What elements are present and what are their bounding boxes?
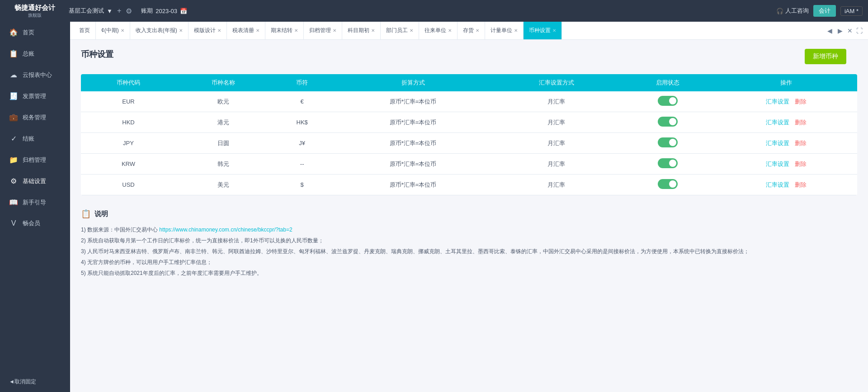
invoice-icon: 🧾 [9, 92, 18, 100]
tab-close-subjects-init[interactable]: ✕ [371, 28, 375, 33]
toggle-switch-3[interactable] [658, 158, 678, 168]
delete-link[interactable]: 删除 [795, 140, 807, 146]
home-icon: 🏠 [9, 28, 18, 37]
sidebar-label-member: 畅会员 [23, 219, 40, 227]
th-symbol: 币符 [271, 74, 333, 91]
add-project-icon[interactable]: + [117, 7, 121, 15]
tab-close-inventory[interactable]: ✕ [476, 28, 479, 33]
tab-label-tax-clearance: 税表清册 [232, 27, 254, 34]
tab-label-income-report: 收入支出表(年报) [136, 27, 177, 34]
th-status: 启用状态 [620, 74, 715, 91]
tab-close-archive-mgmt[interactable]: ✕ [333, 28, 336, 33]
tab-prev-btn[interactable]: ◀ [825, 27, 835, 34]
toggle-switch-4[interactable] [658, 179, 678, 189]
tab-close-all-btn[interactable]: ✕ [845, 27, 854, 34]
sidebar-label-archive: 归档管理 [23, 156, 46, 164]
tab-close-template-design[interactable]: ✕ [217, 28, 221, 33]
account-button[interactable]: 会计 [813, 5, 836, 17]
sidebar-label-basic-settings: 基础设置 [23, 177, 46, 185]
note-item-3: 3) 人民币对马来西亚林吉特、俄罗斯卢布、南非兰特、韩元、阿联酋迪拉姆、沙特里亚… [81, 246, 857, 257]
notes-header: 📋 说明 [81, 209, 857, 219]
sidebar-item-ledger[interactable]: 📋 总账 [0, 43, 70, 64]
tab-inventory[interactable]: 存货✕ [458, 22, 485, 40]
rate-settings-link[interactable]: 汇率设置 [766, 98, 789, 105]
archive-icon: 📁 [9, 156, 18, 164]
tab-template-design[interactable]: 模版设计✕ [189, 22, 227, 40]
tab-close-measure-unit[interactable]: ✕ [514, 28, 518, 33]
sidebar-pin-toggle[interactable]: ◄取消固定 [0, 372, 70, 392]
delete-link[interactable]: 删除 [795, 98, 807, 105]
calc-method: 原币*汇率=本位币 [333, 112, 493, 133]
guide-icon: 📖 [9, 198, 18, 207]
tab-label-archive-mgmt: 归档管理 [309, 27, 331, 34]
sidebar-item-archive[interactable]: 📁 归档管理 [0, 149, 70, 170]
delete-link[interactable]: 删除 [795, 119, 807, 126]
tab-tax-clearance[interactable]: 税表清册✕ [227, 22, 265, 40]
currency-actions: 汇率设置 删除 [715, 112, 857, 133]
tab-label-home: 首页 [79, 27, 90, 34]
tab-next-btn[interactable]: ▶ [835, 27, 845, 34]
rate-method: 月汇率 [493, 175, 620, 195]
sidebar-item-cloud-reports[interactable]: ☁ 云报表中心 [0, 64, 70, 85]
toggle-switch-0[interactable] [658, 96, 678, 106]
sidebar-item-basic-settings[interactable]: ⚙ 基础设置 [0, 170, 70, 192]
sidebar-item-checkout[interactable]: ✓ 结账 [0, 128, 70, 149]
page-content: 币种设置 新增币种 币种代码币种名称币符折算方式汇率设置方式启用状态操作 EUR… [70, 40, 868, 392]
rate-method: 月汇率 [493, 112, 620, 133]
table-row: KRW韩元--原币*汇率=本位币月汇率 汇率设置 删除 [81, 154, 857, 175]
tab-label-currency-settings: 币种设置 [529, 27, 551, 34]
tab-close-dept-employee[interactable]: ✕ [410, 28, 413, 33]
tab-measure-unit[interactable]: 计量单位✕ [485, 22, 524, 40]
sidebar-item-tax[interactable]: 💼 税务管理 [0, 107, 70, 128]
currency-table: 币种代码币种名称币符折算方式汇率设置方式启用状态操作 EUR欧元€原币*汇率=本… [81, 74, 857, 195]
toggle-switch-2[interactable] [658, 137, 678, 147]
page-title: 币种设置 [81, 49, 113, 60]
calc-method: 原币*汇率=本位币 [333, 154, 493, 175]
sidebar-item-guide[interactable]: 📖 新手引导 [0, 192, 70, 213]
tax-icon: 💼 [9, 113, 18, 122]
tab-close-period[interactable]: ✕ [121, 28, 124, 33]
customer-service-btn[interactable]: 🎧 人工咨询 [776, 7, 809, 15]
tab-close-client-unit[interactable]: ✕ [448, 28, 452, 33]
th-calc_method: 折算方式 [333, 74, 493, 91]
member-icon: V [9, 219, 18, 227]
sidebar-item-member[interactable]: V 畅会员 [0, 213, 70, 234]
rate-settings-link[interactable]: 汇率设置 [766, 140, 789, 146]
tab-client-unit[interactable]: 往来单位✕ [419, 22, 458, 40]
settings-icon[interactable]: ⚙ [126, 7, 132, 15]
currency-status [620, 175, 715, 195]
tab-label-inventory: 存货 [463, 27, 474, 34]
tab-label-period: ¢(中期) [101, 27, 119, 34]
tab-archive-mgmt[interactable]: 归档管理✕ [304, 22, 342, 40]
delete-link[interactable]: 删除 [795, 181, 807, 188]
tab-currency-settings[interactable]: 币种设置✕ [524, 22, 562, 40]
rate-settings-link[interactable]: 汇率设置 [766, 181, 789, 188]
tab-maximize-btn[interactable]: ⛶ [854, 27, 864, 34]
rate-settings-link[interactable]: 汇率设置 [766, 161, 789, 167]
delete-link[interactable]: 删除 [795, 161, 807, 167]
tab-home[interactable]: 首页 [74, 22, 96, 40]
tab-period[interactable]: ¢(中期)✕ [96, 22, 130, 40]
calendar-icon[interactable]: 📅 [180, 8, 187, 14]
tab-dept-employee[interactable]: 部门员工✕ [381, 22, 419, 40]
toggle-switch-1[interactable] [658, 117, 678, 127]
currency-name: 日圆 [176, 133, 271, 154]
tab-label-dept-employee: 部门员工 [386, 27, 408, 34]
project-selector[interactable]: 基层工会测试 ▼ [69, 7, 113, 15]
basic-settings-icon: ⚙ [9, 177, 18, 185]
tab-income-report[interactable]: 收入支出表(年报)✕ [130, 22, 189, 40]
th-name: 币种名称 [176, 74, 271, 91]
new-currency-button[interactable]: 新增币种 [805, 49, 846, 64]
rate-settings-link[interactable]: 汇率设置 [766, 119, 789, 126]
tab-close-income-report[interactable]: ✕ [179, 28, 183, 33]
sidebar-item-invoice[interactable]: 🧾 发票管理 [0, 85, 70, 107]
tab-close-currency-settings[interactable]: ✕ [552, 28, 556, 33]
rate-method: 月汇率 [493, 91, 620, 112]
tab-period-close[interactable]: 期末结转✕ [265, 22, 304, 40]
tab-close-tax-clearance[interactable]: ✕ [256, 28, 259, 33]
notes-link-1[interactable]: https://www.chinamoney.com.cn/chinese/bk… [159, 227, 292, 233]
tab-subjects-init[interactable]: 科目期初✕ [342, 22, 381, 40]
sidebar-label-invoice: 发票管理 [23, 92, 46, 100]
tab-close-period-close[interactable]: ✕ [294, 28, 298, 33]
sidebar-item-home[interactable]: 🏠 首页 [0, 22, 70, 43]
